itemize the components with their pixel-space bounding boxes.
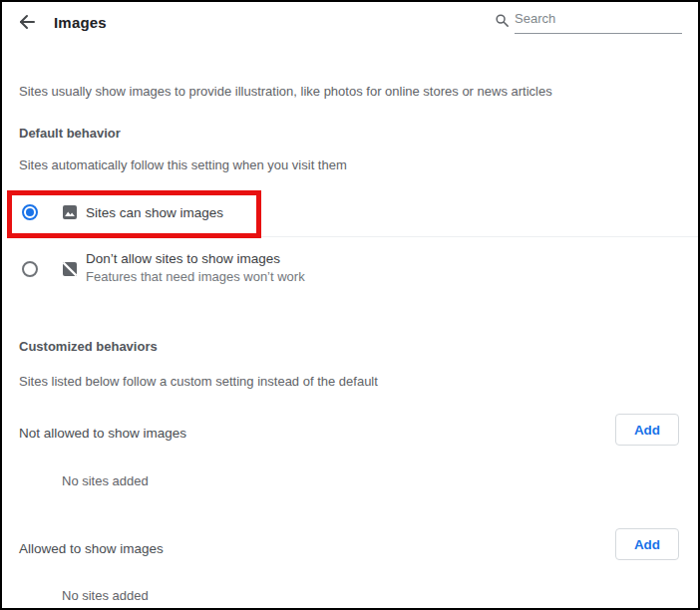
page-title: Images [54,14,107,31]
row-divider [19,236,698,237]
image-icon [62,204,78,220]
search-field [495,10,682,34]
customized-behaviors-description: Sites listed below follow a custom setti… [19,374,378,389]
default-behavior-description: Sites automatically follow this setting … [19,157,347,172]
allowed-empty-text: No sites added [62,588,149,603]
option-dont-allow-images[interactable]: Don’t allow sites to show images Feature… [86,250,305,286]
customized-behaviors-heading: Customized behaviors [19,339,158,354]
radio-dont-allow-images[interactable] [22,261,38,277]
image-off-icon [62,261,78,277]
option-sublabel-dont-allow: Features that need images won’t work [86,268,305,286]
option-label-sites-can-show-images[interactable]: Sites can show images [86,205,223,220]
search-input[interactable] [515,10,682,34]
add-allowed-button[interactable]: Add [615,528,679,560]
intro-text: Sites usually show images to provide ill… [19,84,552,99]
search-icon [495,10,515,28]
radio-sites-can-show-images[interactable] [22,204,38,220]
not-allowed-section-title: Not allowed to show images [19,426,186,441]
not-allowed-empty-text: No sites added [62,473,149,488]
option-label-dont-allow: Don’t allow sites to show images [86,250,305,268]
back-button[interactable] [15,10,39,34]
allowed-section-title: Allowed to show images [19,541,164,556]
add-not-allowed-button[interactable]: Add [615,414,679,446]
default-behavior-heading: Default behavior [19,126,121,141]
arrow-left-icon [18,13,36,31]
images-settings-page: Images Sites usually show images to prov… [0,0,700,610]
